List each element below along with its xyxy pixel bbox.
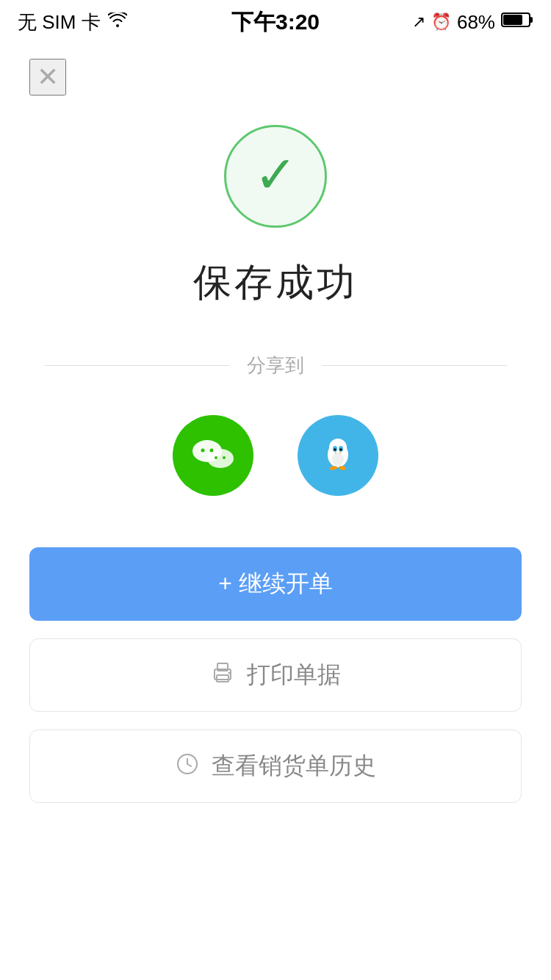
- close-icon: ✕: [37, 64, 59, 90]
- success-icon-wrapper: ✓: [224, 125, 327, 228]
- svg-rect-2: [503, 15, 522, 25]
- status-right: ↗ ⏰ 68%: [412, 11, 533, 34]
- history-icon: [175, 752, 200, 782]
- history-button[interactable]: 查看销货单历史: [29, 729, 522, 803]
- svg-point-8: [223, 456, 226, 459]
- share-divider-text: 分享到: [229, 353, 322, 378]
- main-content: ✕ ✓ 保存成功 分享到: [0, 44, 551, 803]
- svg-point-14: [339, 448, 342, 451]
- svg-point-5: [201, 449, 205, 453]
- status-left: 无 SIM 卡: [18, 10, 127, 35]
- location-icon: ↗: [412, 12, 425, 32]
- close-button-row: ✕: [0, 44, 551, 110]
- divider-line-left: [44, 365, 229, 366]
- svg-point-7: [215, 456, 217, 459]
- close-button[interactable]: ✕: [29, 59, 66, 96]
- success-title: 保存成功: [193, 257, 358, 309]
- wechat-icon: [188, 430, 238, 480]
- success-circle: ✓: [224, 125, 327, 228]
- wifi-icon: [108, 12, 127, 32]
- printer-icon: [210, 660, 235, 691]
- alarm-icon: ⏰: [431, 12, 451, 32]
- checkmark-icon: ✓: [254, 149, 298, 201]
- svg-point-13: [334, 448, 336, 451]
- battery-icon: [501, 12, 533, 32]
- print-button[interactable]: 打印单据: [29, 638, 522, 712]
- svg-point-21: [228, 671, 231, 674]
- svg-rect-20: [217, 675, 228, 682]
- share-divider: 分享到: [0, 353, 551, 378]
- svg-point-15: [332, 453, 344, 466]
- svg-rect-1: [530, 17, 533, 23]
- qq-share-button[interactable]: [298, 415, 378, 496]
- status-bar: 无 SIM 卡 下午3:20 ↗ ⏰ 68%: [0, 0, 551, 44]
- qq-icon: [315, 433, 361, 478]
- svg-point-6: [210, 449, 214, 453]
- divider-line-right: [322, 365, 507, 366]
- print-button-label: 打印单据: [247, 659, 341, 691]
- share-icons-row: [173, 415, 378, 496]
- status-time: 下午3:20: [231, 7, 320, 37]
- actions-section: + 继续开单 打印单据 查看销货单历史: [0, 547, 551, 803]
- battery-percent: 68%: [457, 11, 495, 34]
- continue-button-label: + 继续开单: [218, 568, 333, 600]
- continue-button[interactable]: + 继续开单: [29, 547, 522, 621]
- sim-status: 无 SIM 卡: [18, 10, 101, 35]
- history-button-label: 查看销货单历史: [212, 750, 376, 782]
- wechat-share-button[interactable]: [173, 415, 253, 496]
